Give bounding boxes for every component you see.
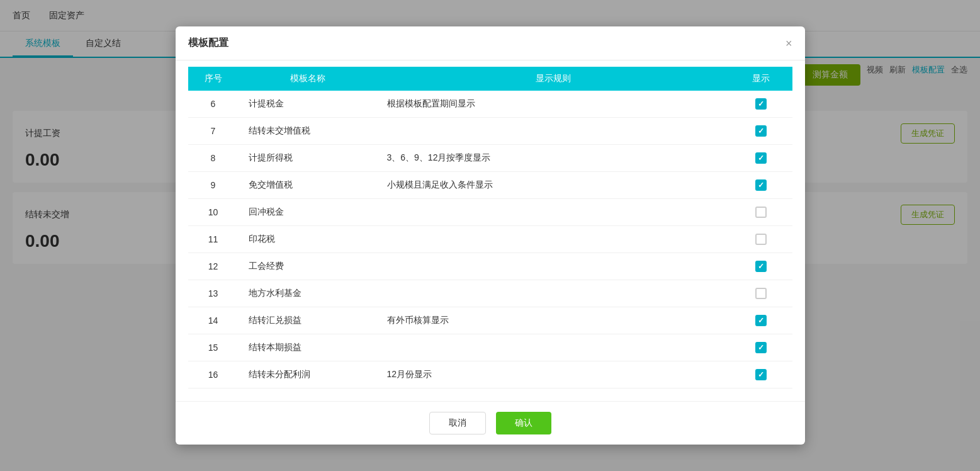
cell-seq: 12	[188, 253, 239, 280]
cell-rule	[377, 280, 729, 307]
cancel-button[interactable]: 取消	[429, 412, 486, 434]
cell-name: 地方水利基金	[239, 280, 377, 307]
cell-name: 计提税金	[239, 91, 377, 118]
cell-checkbox	[729, 145, 792, 172]
checkbox-row-10[interactable]	[755, 369, 767, 380]
modal-close-button[interactable]: ×	[786, 38, 792, 49]
table-row: 6计提税金根据模板配置期间显示	[188, 91, 792, 118]
cell-checkbox	[729, 334, 792, 361]
cell-checkbox	[729, 172, 792, 199]
cell-checkbox	[729, 226, 792, 253]
cell-seq: 7	[188, 118, 239, 145]
checkbox-row-1[interactable]	[755, 125, 767, 137]
col-rule: 显示规则	[377, 67, 729, 91]
cell-seq: 13	[188, 280, 239, 307]
cell-seq: 6	[188, 91, 239, 118]
cell-checkbox	[729, 91, 792, 118]
template-config-modal: 模板配置 × 序号 模板名称 显示规则 显示 6计提税金根据模板配置期间显示7结…	[176, 26, 805, 445]
col-name: 模板名称	[239, 67, 377, 91]
cell-checkbox	[729, 307, 792, 334]
checkbox-row-5[interactable]	[755, 234, 767, 245]
table-row: 16结转未分配利润12月份显示	[188, 361, 792, 389]
cell-rule: 小规模且满足收入条件显示	[377, 172, 729, 199]
modal-body: 序号 模板名称 显示规则 显示 6计提税金根据模板配置期间显示7结转未交增值税8…	[176, 60, 805, 401]
cell-rule	[377, 199, 729, 226]
cell-rule: 有外币核算显示	[377, 307, 729, 334]
checkbox-row-8[interactable]	[755, 315, 767, 326]
cell-rule	[377, 253, 729, 280]
cell-name: 计提所得税	[239, 145, 377, 172]
table-row: 10回冲税金	[188, 199, 792, 226]
modal-title: 模板配置	[188, 37, 228, 50]
cell-seq: 14	[188, 307, 239, 334]
checkbox-row-2[interactable]	[755, 152, 767, 164]
table-row: 15结转本期损益	[188, 334, 792, 361]
table-row: 9免交增值税小规模且满足收入条件显示	[188, 172, 792, 199]
cell-checkbox	[729, 280, 792, 307]
cell-name: 结转汇兑损益	[239, 307, 377, 334]
table-row: 14结转汇兑损益有外币核算显示	[188, 307, 792, 334]
cell-name: 印花税	[239, 226, 377, 253]
cell-rule	[377, 226, 729, 253]
cell-checkbox	[729, 253, 792, 280]
checkbox-row-0[interactable]	[755, 98, 767, 110]
confirm-button[interactable]: 确认	[496, 412, 551, 434]
checkbox-row-4[interactable]	[755, 207, 767, 218]
cell-rule: 12月份显示	[377, 361, 729, 389]
checkbox-row-9[interactable]	[755, 342, 767, 353]
checkbox-row-7[interactable]	[755, 288, 767, 299]
cell-name: 结转未交增值税	[239, 118, 377, 145]
table-row: 12工会经费	[188, 253, 792, 280]
config-table: 序号 模板名称 显示规则 显示 6计提税金根据模板配置期间显示7结转未交增值税8…	[188, 67, 792, 389]
cell-seq: 10	[188, 199, 239, 226]
cell-name: 结转未分配利润	[239, 361, 377, 389]
cell-checkbox	[729, 361, 792, 389]
cell-seq: 8	[188, 145, 239, 172]
cell-seq: 15	[188, 334, 239, 361]
cell-seq: 9	[188, 172, 239, 199]
cell-name: 回冲税金	[239, 199, 377, 226]
checkbox-row-3[interactable]	[755, 179, 767, 191]
cell-name: 工会经费	[239, 253, 377, 280]
table-row: 11印花税	[188, 226, 792, 253]
cell-checkbox	[729, 118, 792, 145]
cell-rule: 3、6、9、12月按季度显示	[377, 145, 729, 172]
modal-overlay: 模板配置 × 序号 模板名称 显示规则 显示 6计提税金根据模板配置期间显示7结…	[0, 0, 980, 471]
table-row: 8计提所得税3、6、9、12月按季度显示	[188, 145, 792, 172]
table-row: 13地方水利基金	[188, 280, 792, 307]
cell-rule	[377, 334, 729, 361]
table-header: 序号 模板名称 显示规则 显示	[188, 67, 792, 91]
cell-seq: 16	[188, 361, 239, 389]
checkbox-row-6[interactable]	[755, 261, 767, 272]
cell-seq: 11	[188, 226, 239, 253]
cell-name: 结转本期损益	[239, 334, 377, 361]
cell-rule	[377, 118, 729, 145]
modal-header: 模板配置 ×	[176, 26, 805, 60]
table-body: 6计提税金根据模板配置期间显示7结转未交增值税8计提所得税3、6、9、12月按季…	[188, 91, 792, 389]
col-seq: 序号	[188, 67, 239, 91]
cell-rule: 根据模板配置期间显示	[377, 91, 729, 118]
cell-name: 免交增值税	[239, 172, 377, 199]
modal-footer: 取消 确认	[176, 401, 805, 445]
cell-checkbox	[729, 199, 792, 226]
col-display: 显示	[729, 67, 792, 91]
table-row: 7结转未交增值税	[188, 118, 792, 145]
